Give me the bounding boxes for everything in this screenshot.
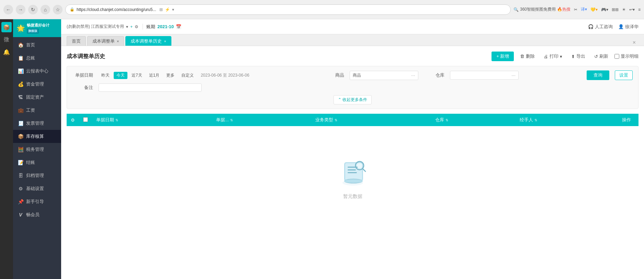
date-tab-custom[interactable]: 自定义 bbox=[179, 72, 196, 79]
icon-rail-active[interactable]: 📦 bbox=[1, 22, 12, 32]
new-button[interactable]: + 新增 bbox=[492, 52, 514, 61]
tab-cost-adjust[interactable]: 成本调整单 × bbox=[87, 36, 124, 46]
sidebar-item-inventory[interactable]: 📦 库存核算 bbox=[13, 130, 61, 143]
tab-bar-close[interactable]: × bbox=[630, 40, 639, 46]
user-service-btn[interactable]: 🎧 人工咨询 bbox=[588, 24, 613, 30]
table-header-row: ⚙ 单据日期 ⇅ 单据... bbox=[67, 114, 639, 126]
sidebar-item-payroll[interactable]: 💼 工资 bbox=[13, 104, 61, 117]
fixed-assets-icon: 🏗 bbox=[18, 94, 23, 100]
page-title: 成本调整单历史 bbox=[67, 53, 105, 60]
close-all-icon[interactable]: × bbox=[630, 40, 639, 46]
sidebar-item-settlement[interactable]: 📝 结账 bbox=[13, 156, 61, 169]
th-no[interactable]: 单据... ⇅ bbox=[212, 114, 311, 126]
calendar-icon: 📅 bbox=[176, 24, 181, 29]
sidebar-item-settings[interactable]: ⚙ 基础设置 bbox=[13, 182, 61, 195]
filter-warehouse-label: 仓库 bbox=[424, 72, 444, 78]
sidebar-item-ledger[interactable]: 📋 总账 bbox=[13, 52, 61, 65]
sidebar-item-reports[interactable]: 📊 云报表中心 bbox=[13, 65, 61, 78]
period-selector[interactable]: 账期 2021-10 📅 bbox=[146, 24, 181, 30]
tax-icon: 🧮 bbox=[18, 147, 23, 152]
select-all-checkbox[interactable] bbox=[83, 117, 88, 122]
home-button[interactable]: ⌂ bbox=[41, 5, 50, 14]
tab-cost-adjust-history-label: 成本调整单历史 bbox=[131, 38, 162, 44]
sidebar-item-funds[interactable]: 💰 资金管理 bbox=[13, 78, 61, 91]
sidebar-item-member[interactable]: V 畅会员 bbox=[13, 208, 61, 221]
settings-cog-icon[interactable]: ⚙ bbox=[135, 24, 138, 29]
th-handler[interactable]: 经手人 ⇅ bbox=[516, 114, 618, 126]
filter-warehouse-select[interactable]: ··· bbox=[450, 71, 519, 80]
svg-line-10 bbox=[363, 169, 365, 171]
ledger-icon: 📋 bbox=[18, 55, 23, 61]
display-toggle[interactable]: 显示明细 bbox=[614, 53, 639, 59]
svg-rect-6 bbox=[348, 169, 356, 170]
user-profile-btn[interactable]: 👤 徐泽华 bbox=[618, 24, 639, 30]
url-bar[interactable]: 🔒 https://cloud.chanjet.com/accounting/u… bbox=[65, 4, 511, 15]
back-button[interactable]: ← bbox=[3, 5, 13, 14]
icon-rail-weibo[interactable]: 微 bbox=[1, 34, 12, 45]
th-date[interactable]: 单据日期 ⇅ bbox=[92, 114, 212, 126]
date-tab-today[interactable]: 今天 bbox=[114, 72, 127, 79]
date-tab-more[interactable]: 更多 bbox=[163, 72, 177, 79]
ssl-icon: 🔒 bbox=[70, 7, 75, 12]
th-warehouse-label: 仓库 bbox=[435, 117, 444, 123]
logo-sub: 旗舰版 bbox=[27, 29, 39, 34]
add-company-btn[interactable]: + bbox=[130, 24, 133, 29]
forward-button[interactable]: → bbox=[16, 5, 25, 14]
star-button[interactable]: ☆ bbox=[53, 5, 63, 14]
icon-rail-extra[interactable]: 🔔 bbox=[1, 47, 12, 57]
th-handler-label: 经手人 bbox=[520, 117, 533, 123]
invoice-icon: 🧾 bbox=[18, 121, 23, 126]
refresh-button[interactable]: ↻ bbox=[28, 5, 38, 14]
tab-home[interactable]: 首页 bbox=[67, 36, 86, 46]
date-tab-yesterday[interactable]: 昨天 bbox=[99, 72, 112, 79]
sidebar-item-home[interactable]: 🏠 首页 bbox=[13, 38, 61, 52]
th-checkbox[interactable] bbox=[79, 114, 92, 126]
sidebar-item-archive[interactable]: 🗄 归档管理 bbox=[13, 169, 61, 182]
date-tab-1month[interactable]: 近1月 bbox=[146, 72, 162, 79]
sidebar-menu: 🏠 首页 📋 总账 📊 云报表中心 💰 资金管理 🏗 固定资产 💼 工资 bbox=[13, 37, 61, 279]
tab-cost-adjust-close[interactable]: × bbox=[117, 39, 119, 43]
browser-right-tools: 🔍 360智能抠图免费用 🔥热搜 ✂ 译▾ 💛▾ 🎮▾ ⊞⊞ ☀ ↩▾ ≡ bbox=[513, 7, 641, 12]
top-bar-right: 🎧 人工咨询 👤 徐泽华 bbox=[588, 24, 639, 30]
sidebar-item-label-payroll: 工资 bbox=[26, 107, 35, 113]
collapse-button[interactable]: ⌃ 收起更多条件 bbox=[334, 95, 372, 104]
th-date-label: 单据日期 bbox=[96, 117, 114, 123]
inventory-icon: 📦 bbox=[18, 134, 23, 139]
company-dropdown-icon: ▾ bbox=[126, 24, 128, 29]
refresh-button-page[interactable]: ↺ 刷新 bbox=[591, 52, 611, 61]
filter-goods-select[interactable]: 商品 ··· bbox=[350, 71, 418, 80]
th-date-sort-icon: ⇅ bbox=[115, 118, 118, 122]
icon-rail: 📦 微 🔔 bbox=[0, 19, 13, 279]
export-button[interactable]: ⬆ 导出 bbox=[568, 52, 588, 61]
sidebar-item-fixed-assets[interactable]: 🏗 固定资产 bbox=[13, 91, 61, 104]
search-icon: 🔍 bbox=[513, 7, 519, 12]
tab-cost-adjust-history-close[interactable]: × bbox=[164, 39, 166, 43]
filter-goods-dots[interactable]: ··· bbox=[411, 72, 415, 78]
delete-button[interactable]: 🗑 删除 bbox=[517, 52, 538, 61]
date-tab-7days[interactable]: 近7天 bbox=[129, 72, 145, 79]
sidebar-item-invoice[interactable]: 🧾 发票管理 bbox=[13, 117, 61, 130]
sidebar-item-label-settlement: 结账 bbox=[26, 159, 35, 166]
sidebar-item-label-inventory: 库存核算 bbox=[26, 133, 44, 140]
grid-icon: ⊞⊞ bbox=[612, 7, 619, 12]
sidebar-item-tax[interactable]: 🧮 税务管理 bbox=[13, 143, 61, 156]
th-warehouse[interactable]: 仓库 ⇅ bbox=[431, 114, 516, 126]
company-selector[interactable]: (勿删勿禁用) 江西服宝测试专用 ▾ + ⚙ bbox=[67, 24, 143, 30]
url-text: https://cloud.chanjet.com/accounting/uru… bbox=[77, 7, 156, 12]
refresh-icon: ↺ bbox=[594, 54, 598, 59]
logo-text: 畅捷通好会计 bbox=[27, 23, 49, 27]
funds-icon: 💰 bbox=[18, 81, 23, 87]
filter-remark-input[interactable] bbox=[99, 83, 202, 92]
tab-cost-adjust-history[interactable]: 成本调整单历史 × bbox=[125, 36, 171, 46]
sidebar-item-guide[interactable]: 📌 新手引导 bbox=[13, 195, 61, 208]
filter-goods-label: 商品 bbox=[324, 72, 344, 78]
filter-warehouse-dots[interactable]: ··· bbox=[511, 72, 516, 78]
display-checkbox[interactable] bbox=[614, 54, 619, 59]
archive-icon: 🗄 bbox=[18, 173, 23, 178]
query-button[interactable]: 查询 bbox=[587, 70, 609, 80]
search-tool[interactable]: 🔍 360智能抠图免费用 🔥热搜 bbox=[513, 7, 570, 12]
settings-button[interactable]: 设置 bbox=[615, 70, 633, 80]
print-button[interactable]: 🖨 🖨 打印 打印 ▾ bbox=[541, 52, 565, 61]
th-type[interactable]: 业务类型 ⇅ bbox=[311, 114, 431, 126]
th-gear[interactable]: ⚙ bbox=[67, 114, 79, 126]
